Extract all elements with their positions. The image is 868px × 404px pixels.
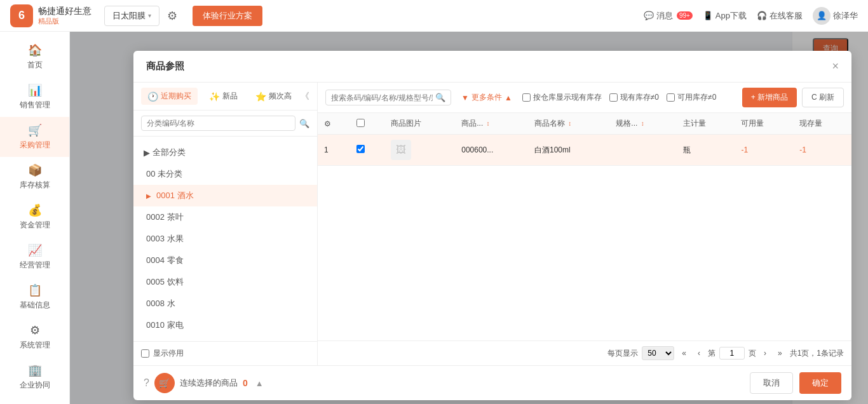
confirm-button[interactable]: 确定 (799, 372, 841, 394)
cat-tab-new-label: 新品 (222, 91, 238, 102)
product-modal: 商品参照 × 🕐 近期购买 ✨ 新 (133, 51, 851, 400)
expand-icon: ▶ (144, 148, 150, 158)
branch-name: 日太阳膜 (112, 10, 146, 22)
checkbox-available-nonzero-label: 可用库存≠0 (677, 92, 716, 103)
row-spec (609, 135, 676, 166)
cat-tab-new[interactable]: ✨ 新品 (203, 88, 244, 105)
sidebar-item-operations[interactable]: 📈 经营管理 (0, 237, 69, 277)
col-unit: 主计量 (677, 113, 735, 135)
sidebar-item-basic-info[interactable]: 📋 基础信息 (0, 277, 69, 317)
last-page-button[interactable]: » (774, 347, 786, 359)
show-disabled-checkbox[interactable]: 显示停用 (141, 348, 309, 359)
message-icon: 💬 (644, 11, 654, 20)
sidebar-label-purchase: 采购管理 (20, 140, 50, 151)
first-page-button[interactable]: « (678, 347, 690, 359)
sidebar-item-purchase[interactable]: 🛒 采购管理 (0, 117, 69, 157)
product-search-input[interactable] (331, 93, 433, 102)
row-checkbox[interactable] (350, 135, 384, 166)
sidebar-item-finance[interactable]: 💰 资金管理 (0, 197, 69, 237)
main-content: 查询 设置 刷新 商品参照 × 🕐 (70, 32, 868, 404)
prev-page-button[interactable]: ‹ (694, 347, 704, 359)
cat-item-appliance[interactable]: 0010 家电 (133, 314, 317, 336)
product-table-container: ⚙ 商品图片 商品... ↕ 商品名称 ↕ 规格... ↕ 主计量 可用量 现存… (318, 113, 851, 340)
cat-tab-frequent[interactable]: ⭐ 频次高 (249, 88, 298, 105)
app-sub: 精品版 (38, 17, 92, 26)
page-suffix: 页 (749, 348, 756, 359)
cat-search-icon[interactable]: 🔍 (299, 119, 309, 128)
sidebar-label-home: 首页 (27, 60, 43, 71)
cancel-button[interactable]: 取消 (750, 372, 793, 394)
filter-arrow-icon: ▲ (505, 93, 512, 102)
checkbox-available-nonzero[interactable]: 可用库存≠0 (667, 92, 716, 103)
col-code[interactable]: 商品... ↕ (455, 113, 528, 135)
cat-tab-recent-label: 近期购买 (161, 91, 191, 102)
row-name: 白酒100ml (528, 135, 609, 166)
sidebar-item-system[interactable]: ⚙ 系统管理 (0, 317, 69, 357)
product-search-box: 🔍 (325, 90, 451, 105)
show-disabled-input[interactable] (141, 349, 149, 358)
user-profile[interactable]: 👤 徐泽华 (813, 7, 858, 25)
sidebar-item-guide[interactable]: 🔰 新手引导 (0, 397, 69, 404)
cat-tab-recent[interactable]: 🕐 近期购买 (141, 88, 198, 105)
page-number-input[interactable] (719, 347, 745, 360)
filter-button[interactable]: ▼ 更多条件 ▲ (456, 90, 517, 105)
table-row[interactable]: 1 🖼 000600... 白酒100ml 瓶 -1 (318, 135, 851, 166)
search-icon[interactable]: 🔍 (435, 93, 445, 102)
checkbox-warehouse[interactable]: 按仓库显示现有库存 (522, 92, 602, 103)
modal-close-button[interactable]: × (832, 60, 839, 73)
cat-item-all[interactable]: ▶ 全部分类 (133, 142, 317, 163)
checkbox-stock-nonzero[interactable]: 现有库存≠0 (609, 92, 659, 103)
gear-icon[interactable]: ⚙ (167, 9, 177, 23)
cat-item-drinks[interactable]: 0005 饮料 (133, 271, 317, 293)
app-download-label: App下载 (715, 10, 747, 22)
app-download-button[interactable]: 📱 App下载 (703, 10, 747, 22)
select-all-checkbox[interactable] (356, 119, 365, 127)
next-page-button[interactable]: › (760, 347, 770, 359)
trial-button[interactable]: 体验行业方案 (193, 6, 262, 26)
cat-item-water[interactable]: 0008 水 (133, 293, 317, 314)
filter-icon: ▼ (461, 93, 469, 102)
messages-button[interactable]: 💬 消息 99+ (644, 10, 693, 22)
cat-search-input[interactable] (141, 116, 295, 131)
finance-icon: 💰 (28, 203, 42, 217)
nav-right: 💬 消息 99+ 📱 App下载 🎧 在线客服 👤 徐泽华 (644, 7, 858, 25)
logo: 6 畅捷通好生意 精品版 (10, 4, 92, 27)
row-code: 000600... (455, 135, 528, 166)
collapse-icon[interactable]: 《 (301, 91, 309, 102)
cat-item-alcohol[interactable]: ▶ 0001 酒水 (133, 185, 317, 206)
new-icon: ✨ (209, 91, 220, 102)
col-settings[interactable]: ⚙ (318, 113, 350, 135)
row-select-checkbox[interactable] (356, 145, 365, 153)
cart-icon[interactable]: 🛒 (154, 373, 175, 393)
branch-selector[interactable]: 日太阳膜 ▾ (104, 6, 159, 26)
cart-collapse-icon[interactable]: ▲ (255, 379, 264, 388)
cat-item-snacks[interactable]: 0004 零食 (133, 250, 317, 271)
col-image: 商品图片 (384, 113, 455, 135)
row-stock: -1 (793, 135, 851, 166)
messages-badge: 99+ (677, 11, 693, 20)
refresh-button[interactable]: C 刷新 (802, 88, 844, 107)
checkbox-stock-nonzero-input[interactable] (609, 93, 618, 102)
col-spec[interactable]: 规格... ↕ (609, 113, 676, 135)
cat-item-tea[interactable]: 0002 茶叶 (133, 206, 317, 228)
cat-item-uncategorized[interactable]: 00 未分类 (133, 163, 317, 185)
cat-item-drinks-label: 0005 饮料 (146, 276, 184, 288)
sidebar-item-enterprise[interactable]: 🏢 企业协同 (0, 357, 69, 397)
online-service-button[interactable]: 🎧 在线客服 (757, 10, 803, 22)
footer-buttons: 取消 确定 (750, 372, 841, 394)
sidebar: 🏠 首页 📊 销售管理 🛒 采购管理 📦 库存核算 💰 资金管理 📈 经营管理 … (0, 32, 70, 404)
product-actions: + 新增商品 C 刷新 (742, 88, 844, 107)
add-product-button[interactable]: + 新增商品 (742, 88, 797, 107)
sidebar-item-inventory[interactable]: 📦 库存核算 (0, 157, 69, 197)
checkbox-available-nonzero-input[interactable] (667, 93, 675, 102)
sidebar-item-home[interactable]: 🏠 首页 (0, 37, 69, 77)
help-icon[interactable]: ? (144, 377, 149, 389)
checkbox-warehouse-input[interactable] (522, 93, 531, 102)
pagination: 每页显示 50 20 100 « ‹ 第 页 › » 共1页，1条记录 (318, 340, 851, 365)
modal-header: 商品参照 × (133, 51, 851, 83)
per-page-select[interactable]: 50 20 100 (642, 346, 674, 360)
sidebar-item-sales[interactable]: 📊 销售管理 (0, 77, 69, 117)
cat-item-fruit[interactable]: 0003 水果 (133, 228, 317, 250)
col-name[interactable]: 商品名称 ↕ (528, 113, 609, 135)
col-available: 可用量 (735, 113, 793, 135)
